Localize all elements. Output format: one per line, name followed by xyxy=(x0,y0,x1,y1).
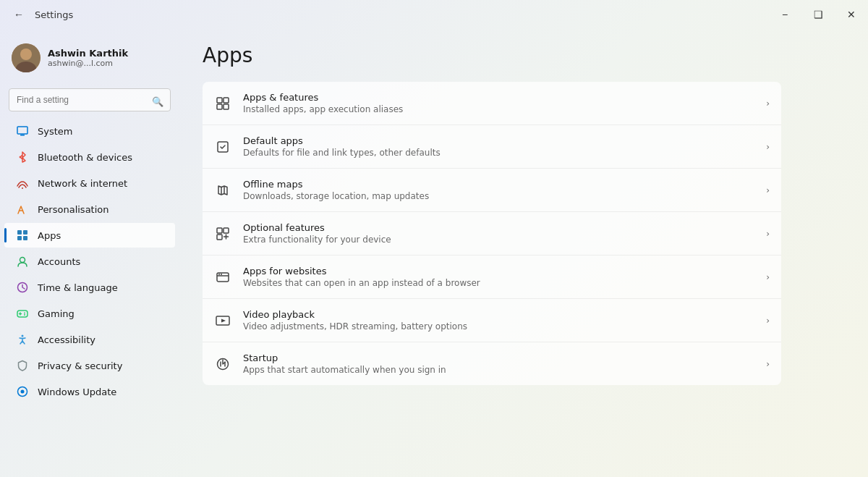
svg-point-28 xyxy=(221,274,222,275)
settings-item-desc-apps-websites: Websites that can open in an app instead… xyxy=(243,278,754,288)
sidebar-item-system[interactable]: System xyxy=(4,119,175,143)
settings-item-title-startup: Startup xyxy=(243,353,754,363)
svg-point-17 xyxy=(21,390,25,394)
settings-item-default-apps[interactable]: Default apps Defaults for file and link … xyxy=(203,125,781,169)
settings-item-desc-offline-maps: Downloads, storage location, map updates xyxy=(243,191,754,201)
default-apps-icon xyxy=(214,138,231,156)
settings-item-optional-features[interactable]: Optional features Extra functionality fo… xyxy=(203,212,781,256)
privacy-label: Privacy & security xyxy=(38,360,122,371)
accounts-label: Accounts xyxy=(38,256,80,267)
settings-item-text-apps-features: Apps & features Installed apps, app exec… xyxy=(243,92,754,114)
titlebar-title: Settings xyxy=(35,9,73,20)
startup-icon xyxy=(214,355,231,373)
user-profile[interactable]: Ashwin Karthik ashwin@...l.com xyxy=(0,35,179,84)
settings-item-desc-optional-features: Extra functionality for your device xyxy=(243,235,754,245)
svg-rect-23 xyxy=(217,228,222,233)
network-icon xyxy=(16,177,29,190)
search-input[interactable] xyxy=(9,88,171,111)
sidebar-item-apps[interactable]: Apps xyxy=(4,223,175,248)
settings-item-desc-default-apps: Defaults for file and link types, other … xyxy=(243,148,754,158)
apps-label: Apps xyxy=(38,230,61,241)
chevron-icon-default-apps: › xyxy=(766,142,770,152)
svg-point-10 xyxy=(20,258,25,263)
svg-rect-24 xyxy=(224,228,229,233)
user-email: ashwin@...l.com xyxy=(48,59,128,68)
sidebar: Ashwin Karthik ashwin@...l.com 🔍 System xyxy=(0,29,179,477)
svg-rect-4 xyxy=(20,135,25,136)
settings-item-desc-startup: Apps that start automatically when you s… xyxy=(243,365,754,375)
settings-item-apps-websites[interactable]: Apps for websites Websites that can open… xyxy=(203,256,781,299)
sidebar-item-network[interactable]: Network & internet xyxy=(4,171,175,195)
settings-item-text-offline-maps: Offline maps Downloads, storage location… xyxy=(243,179,754,201)
settings-item-title-apps-websites: Apps for websites xyxy=(243,266,754,277)
svg-rect-18 xyxy=(217,98,222,103)
accessibility-icon xyxy=(16,333,29,346)
svg-rect-7 xyxy=(23,230,27,235)
update-icon xyxy=(16,385,29,398)
chevron-icon-startup: › xyxy=(766,359,770,369)
svg-point-27 xyxy=(218,274,220,275)
gaming-label: Gaming xyxy=(38,308,75,319)
system-label: System xyxy=(38,126,72,137)
chevron-icon-video-playback: › xyxy=(766,316,770,326)
chevron-icon-apps-websites: › xyxy=(766,272,770,282)
update-label: Windows Update xyxy=(38,387,116,397)
settings-item-title-apps-features: Apps & features xyxy=(243,92,754,103)
maximize-button[interactable]: ❑ xyxy=(801,3,835,26)
search-container: 🔍 xyxy=(0,85,179,117)
gaming-icon xyxy=(16,307,29,320)
avatar xyxy=(12,43,41,72)
settings-item-video-playback[interactable]: Video playback Video adjustments, HDR st… xyxy=(203,299,781,342)
svg-rect-6 xyxy=(17,230,22,235)
accounts-icon xyxy=(16,255,29,268)
sidebar-item-update[interactable]: Windows Update xyxy=(4,379,175,404)
settings-item-text-video-playback: Video playback Video adjustments, HDR st… xyxy=(243,309,754,332)
app-container: Ashwin Karthik ashwin@...l.com 🔍 System xyxy=(0,29,868,477)
settings-item-title-offline-maps: Offline maps xyxy=(243,179,754,190)
back-button[interactable]: ← xyxy=(9,4,29,25)
minimize-button[interactable]: − xyxy=(768,3,801,26)
privacy-icon xyxy=(16,359,29,372)
network-label: Network & internet xyxy=(38,178,127,189)
sidebar-item-bluetooth[interactable]: Bluetooth & devices xyxy=(4,145,175,169)
settings-item-startup[interactable]: Startup Apps that start automatically wh… xyxy=(203,342,781,385)
sidebar-item-personalisation[interactable]: Personalisation xyxy=(4,197,175,221)
sidebar-item-time[interactable]: Time & language xyxy=(4,275,175,300)
apps-websites-icon xyxy=(214,269,231,286)
sidebar-item-privacy[interactable]: Privacy & security xyxy=(4,353,175,378)
settings-item-title-optional-features: Optional features xyxy=(243,222,754,233)
svg-rect-3 xyxy=(17,127,27,134)
system-icon xyxy=(16,124,29,138)
settings-item-title-default-apps: Default apps xyxy=(243,135,754,146)
bluetooth-label: Bluetooth & devices xyxy=(38,152,132,163)
chevron-icon-offline-maps: › xyxy=(766,185,770,195)
chevron-icon-apps-features: › xyxy=(766,98,770,109)
apps-icon xyxy=(16,229,29,242)
sidebar-item-accounts[interactable]: Accounts xyxy=(4,249,175,274)
settings-item-desc-video-playback: Video adjustments, HDR streaming, batter… xyxy=(243,321,754,332)
user-info: Ashwin Karthik ashwin@...l.com xyxy=(48,48,128,68)
titlebar-left: ← Settings xyxy=(9,4,73,25)
settings-item-text-startup: Startup Apps that start automatically wh… xyxy=(243,353,754,375)
svg-rect-8 xyxy=(17,236,22,240)
titlebar: ← Settings − ❑ ✕ xyxy=(0,0,868,29)
main-content: Apps Apps & features Installed apps, app… xyxy=(179,29,868,477)
settings-item-apps-features[interactable]: Apps & features Installed apps, app exec… xyxy=(203,82,781,125)
titlebar-controls: − ❑ ✕ xyxy=(768,3,868,26)
user-name: Ashwin Karthik xyxy=(48,48,128,59)
page-title: Apps xyxy=(203,43,845,67)
chevron-icon-optional-features: › xyxy=(766,229,770,239)
time-icon xyxy=(16,281,29,294)
accessibility-label: Accessibility xyxy=(38,334,95,345)
svg-point-13 xyxy=(24,313,25,314)
settings-item-offline-maps[interactable]: Offline maps Downloads, storage location… xyxy=(203,169,781,212)
bluetooth-icon xyxy=(16,151,29,164)
svg-rect-20 xyxy=(217,104,222,109)
offline-maps-icon xyxy=(214,182,231,199)
settings-item-text-default-apps: Default apps Defaults for file and link … xyxy=(243,135,754,158)
sidebar-item-accessibility[interactable]: Accessibility xyxy=(4,327,175,352)
sidebar-item-gaming[interactable]: Gaming xyxy=(4,301,175,326)
apps-features-icon xyxy=(214,95,231,112)
close-button[interactable]: ✕ xyxy=(835,3,868,26)
personalisation-label: Personalisation xyxy=(38,204,109,215)
